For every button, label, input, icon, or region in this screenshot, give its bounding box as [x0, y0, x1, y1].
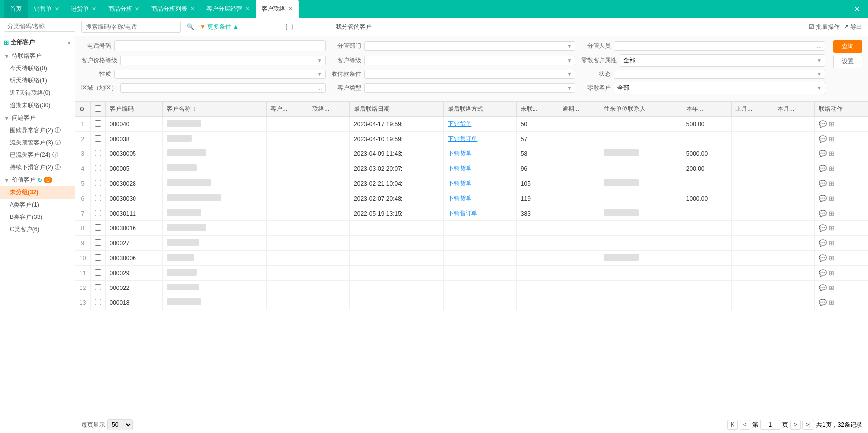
close-product-analysis-list-tab[interactable]: ✕	[190, 6, 195, 12]
col-code[interactable]: 客户编码	[105, 102, 163, 117]
tab-product-analysis[interactable]: 商品分析 ✕	[102, 0, 145, 18]
sidebar-group-pending[interactable]: ▼ 待联络客户	[0, 50, 75, 62]
more-icon[interactable]: ⊞	[829, 210, 834, 217]
contact-icon[interactable]: 💬	[819, 284, 827, 291]
row-last-contact-method[interactable]	[444, 266, 516, 281]
more-icon[interactable]: ⊞	[829, 120, 834, 128]
region-select[interactable]: …	[120, 83, 326, 93]
more-icon[interactable]: ⊞	[829, 269, 834, 277]
col-last-month[interactable]: 上月...	[732, 102, 773, 117]
row-checkbox[interactable]	[95, 165, 101, 171]
customer-level-select[interactable]: ▼	[364, 56, 576, 65]
contact-icon[interactable]: 💬	[819, 150, 827, 157]
row-last-contact-method[interactable]: 下销货单	[444, 191, 516, 206]
contact-icon[interactable]: 💬	[819, 165, 827, 172]
contact-icon[interactable]: 💬	[819, 210, 827, 217]
export-btn[interactable]: ↗ 导出	[844, 23, 862, 31]
more-icon[interactable]: ⊞	[829, 254, 834, 262]
row-last-contact-method[interactable]: 下销货单	[444, 117, 516, 132]
col-this-year[interactable]: 本年...	[682, 102, 731, 117]
sidebar-item-today-pending[interactable]: 今天待联络(0)	[0, 62, 75, 74]
query-button[interactable]: 查询	[833, 40, 862, 53]
contact-icon[interactable]: 💬	[819, 239, 827, 247]
page-number-input[interactable]	[760, 420, 780, 430]
more-conditions-btn[interactable]: ▼ 更多条件 ▲	[200, 23, 239, 31]
sidebar-item-c-class[interactable]: C类客户(6)	[0, 223, 75, 236]
contact-icon[interactable]: 💬	[819, 269, 827, 277]
row-checkbox[interactable]	[95, 120, 101, 127]
select-all-checkbox[interactable]	[95, 105, 101, 112]
row-last-contact-method[interactable]: 下销售订单	[444, 206, 516, 221]
sidebar-item-churned[interactable]: 已流失客户(24) ⓘ	[0, 149, 75, 161]
search-icon[interactable]: 🔍	[187, 23, 194, 30]
col-this-month[interactable]: 本月...	[773, 102, 815, 117]
contact-icon[interactable]: 💬	[819, 224, 827, 232]
sidebar-group-value[interactable]: ▼ 价值客户 ↻ C	[0, 174, 75, 186]
sidebar-item-tomorrow-pending[interactable]: 明天待联络(1)	[0, 74, 75, 87]
col-contact-person[interactable]: 往来单位联系人	[600, 102, 682, 117]
price-level-select[interactable]: ▼	[120, 56, 326, 65]
sidebar-search-input[interactable]	[4, 21, 75, 32]
contact-icon[interactable]: 💬	[819, 299, 827, 306]
sidebar-group-problem[interactable]: ▼ 问题客户	[0, 112, 75, 124]
page-size-dropdown[interactable]: 50 100 200	[107, 419, 133, 430]
contact-icon[interactable]: 💬	[819, 135, 827, 143]
refresh-value-icon[interactable]: ↻	[37, 177, 42, 184]
manager-select[interactable]: …	[614, 41, 825, 51]
sidebar-item-declining[interactable]: 持续下滑客户(2) ⓘ	[0, 161, 75, 174]
row-checkbox[interactable]	[95, 135, 101, 142]
row-last-contact-method[interactable]	[444, 295, 516, 310]
first-page-btn[interactable]: K	[727, 420, 738, 430]
more-icon[interactable]: ⊞	[829, 195, 834, 202]
row-last-contact-method[interactable]: 下销货单	[444, 176, 516, 191]
close-customer-tier-tab[interactable]: ✕	[245, 6, 250, 12]
my-customers-checkbox-label[interactable]: 我分管的客户	[245, 23, 372, 31]
department-select[interactable]: ▼	[364, 41, 576, 51]
my-customers-checkbox[interactable]	[245, 24, 334, 30]
more-icon[interactable]: ⊞	[829, 165, 834, 172]
col-type[interactable]: 客户...	[267, 102, 308, 117]
col-checkbox-all[interactable]	[90, 102, 105, 117]
more-icon[interactable]: ⊞	[829, 224, 834, 232]
tab-home[interactable]: 首页	[4, 0, 28, 18]
row-checkbox[interactable]	[95, 269, 101, 276]
contact-icon[interactable]: 💬	[819, 195, 827, 202]
row-last-contact-method[interactable]	[444, 281, 516, 295]
col-last-contact-method[interactable]: 最后联络方式	[444, 102, 516, 117]
sidebar-item-b-class[interactable]: B类客户(33)	[0, 211, 75, 223]
col-overdue[interactable]: 逾期...	[558, 102, 600, 117]
reset-button[interactable]: 设置	[833, 55, 862, 68]
col-name[interactable]: 客户名称 ↕	[163, 102, 267, 117]
close-customer-contact-tab[interactable]: ✕	[288, 6, 293, 12]
tab-sales[interactable]: 销售单 ✕	[28, 0, 65, 18]
row-checkbox[interactable]	[95, 180, 101, 186]
batch-operations-btn[interactable]: ☑ 批量操作	[809, 23, 840, 31]
close-product-analysis-tab[interactable]: ✕	[135, 6, 139, 12]
retail-customer-select[interactable]: 全部 ▼	[614, 82, 825, 94]
col-contact[interactable]: 联络...	[308, 102, 350, 117]
row-checkbox[interactable]	[95, 195, 101, 201]
col-last-contact-date[interactable]: 最后联络日期	[350, 102, 444, 117]
search-input[interactable]	[81, 21, 181, 33]
row-checkbox[interactable]	[95, 254, 101, 261]
row-checkbox[interactable]	[95, 150, 101, 156]
prev-page-btn[interactable]: <	[740, 420, 750, 430]
contact-icon[interactable]: 💬	[819, 180, 827, 187]
row-last-contact-method[interactable]: 下销货单	[444, 161, 516, 176]
phone-input[interactable]	[114, 40, 326, 51]
row-checkbox[interactable]	[95, 299, 101, 305]
close-sales-tab[interactable]: ✕	[55, 6, 59, 12]
more-icon[interactable]: ⊞	[829, 284, 834, 291]
more-icon[interactable]: ⊞	[829, 239, 834, 247]
tab-purchase[interactable]: 进货单 ✕	[65, 0, 102, 18]
tab-customer-contact[interactable]: 客户联络 ✕	[256, 0, 299, 18]
all-customers-header[interactable]: ⊞ 全部客户 «	[0, 35, 75, 50]
more-icon[interactable]: ⊞	[829, 299, 834, 306]
sidebar-item-hoarding-abnormal[interactable]: 囤购异常客户(2) ⓘ	[0, 124, 75, 137]
sidebar-item-churn-warning[interactable]: 流失预警客户(3) ⓘ	[0, 137, 75, 149]
more-icon[interactable]: ⊞	[829, 180, 834, 187]
sidebar-item-overdue-pending[interactable]: 逾期未联络(30)	[0, 99, 75, 112]
row-checkbox[interactable]	[95, 284, 101, 290]
row-last-contact-method[interactable]	[444, 221, 516, 236]
row-checkbox[interactable]	[95, 239, 101, 246]
